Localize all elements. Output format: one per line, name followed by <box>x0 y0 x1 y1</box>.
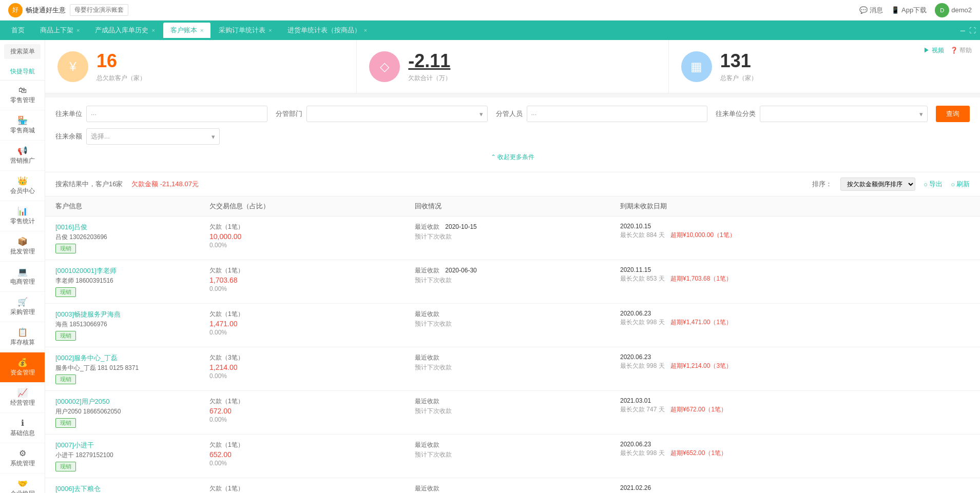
customer-name-5[interactable]: [0007]小进干 <box>55 441 209 450</box>
close-icon[interactable]: × <box>76 27 80 33</box>
marketing-icon: 📢 <box>4 146 41 155</box>
person-label: 分管人员 <box>496 109 523 119</box>
sidebar-item-retail-mall[interactable]: 🏪 零售商城 <box>0 110 45 141</box>
data-table: 客户信息 欠交易信息（占比） 回收情况 到期未收款日期 [0016]吕俊 吕俊 … <box>45 196 980 493</box>
overdue-amount-3[interactable]: 超期¥1,214.00（3笔） <box>670 362 732 369</box>
customer-name-1[interactable]: [0001020001]李老师 <box>55 266 209 275</box>
overdue-days-0: 最长欠款 884 天 超期¥10,000.00（1笔） <box>620 231 970 240</box>
customer-name-4[interactable]: [000002]用户2050 <box>55 397 209 406</box>
export-btn[interactable]: ○ 导出 <box>924 180 943 189</box>
query-btn[interactable]: 查询 <box>936 106 970 122</box>
sidebar-item-inventory[interactable]: 📋 库存核算 <box>0 322 45 352</box>
overdue-amount-4[interactable]: 超期¥672.00（1笔） <box>670 406 727 413</box>
debt-amount-3[interactable]: 1,214.00 <box>209 363 415 371</box>
message-btn[interactable]: 💬 消息 <box>859 6 883 15</box>
sidebar-item-system[interactable]: ⚙ 系统管理 <box>0 443 45 474</box>
debt-amount-0[interactable]: 10,000.00 <box>209 232 415 241</box>
tab-customer-account-label: 客户账本 <box>170 26 197 35</box>
sidebar-item-retail-stats[interactable]: 📊 零售统计 <box>0 201 45 231</box>
close-icon[interactable]: × <box>200 27 203 33</box>
collapse-more-conditions[interactable]: ⌃ 收起更多条件 <box>55 151 970 164</box>
unit-category-select[interactable]: ▾ <box>760 106 928 122</box>
overdue-amount-1[interactable]: 超期¥1,703.68（1笔） <box>670 275 732 282</box>
app-icon: 📱 <box>891 6 899 14</box>
sidebar-item-operations[interactable]: 📈 经营管理 <box>0 383 45 413</box>
customer-tag-4: 现销 <box>55 418 76 428</box>
overdue-amount-2[interactable]: 超期¥1,471.00（1笔） <box>670 319 732 326</box>
app-label: App下载 <box>901 6 927 15</box>
debt-amount-2[interactable]: 1,471.00 <box>209 320 415 328</box>
system-name[interactable]: 母婴行业演示账套 <box>70 4 128 16</box>
debt-info-2: 欠款（1笔） 1,471.00 0.00% <box>209 310 415 336</box>
customer-contact-5: 小进干 18279152100 <box>55 451 209 460</box>
video-btn[interactable]: ▶ 视频 <box>924 46 944 55</box>
nav-window-controls: ─ ⛶ <box>960 27 976 34</box>
person-input[interactable]: ··· <box>527 106 708 122</box>
purchase-icon: 🛒 <box>4 297 41 307</box>
recovery-info-5: 最近收款 预计下次收款 <box>415 441 620 459</box>
minimize-icon[interactable]: ─ <box>960 27 965 34</box>
overdue-date-3: 2020.06.23 <box>620 353 970 361</box>
tab-purchase-product-stats[interactable]: 进货单统计表（按商品） × <box>280 23 374 38</box>
dept-label: 分管部门 <box>276 109 302 119</box>
unit-category-label: 往来单位分类 <box>716 109 756 119</box>
refresh-btn[interactable]: ○ 刷新 <box>951 180 970 189</box>
tab-home[interactable]: 首页 <box>4 23 32 38</box>
sidebar-item-wholesale-mgmt[interactable]: 📦 批发管理 <box>0 231 45 262</box>
sidebar-item-retail-mgmt[interactable]: 🛍 零售管理 <box>0 81 45 110</box>
refresh-icon: ○ <box>951 181 955 188</box>
sidebar-search-area: 搜索菜单 <box>0 40 45 63</box>
close-icon[interactable]: × <box>151 27 155 33</box>
debt-amount-4[interactable]: 672.00 <box>209 407 415 415</box>
debt-amount-5[interactable]: 652.00 <box>209 450 415 459</box>
customer-info-6: [0006]去下粮仓 陈小希 现销 <box>55 484 209 493</box>
member-icon: 👑 <box>4 176 41 186</box>
help-btn[interactable]: ❓ 帮助 <box>950 46 972 55</box>
customer-contact-0: 吕俊 13026203696 <box>55 233 209 242</box>
overdue-days-3: 最长欠款 998 天 超期¥1,214.00（3笔） <box>620 362 970 370</box>
overdue-info-0: 2020.10.15 最长欠款 884 天 超期¥10,000.00（1笔） <box>620 223 970 240</box>
sort-select[interactable]: 按欠款金额倒序排序 <box>840 178 915 191</box>
close-icon[interactable]: × <box>364 27 367 33</box>
maximize-icon[interactable]: ⛶ <box>969 27 976 34</box>
sidebar-item-basic-info[interactable]: ℹ 基础信息 <box>0 413 45 443</box>
customer-name-6[interactable]: [0006]去下粮仓 <box>55 484 209 493</box>
overdue-amount-5[interactable]: 超期¥652.00（1笔） <box>670 449 727 457</box>
rec-label-5: 最近收款 <box>415 441 620 449</box>
customer-contact-3: 服务中心_丁磊 181 0125 8371 <box>55 364 209 372</box>
close-icon[interactable]: × <box>268 27 272 33</box>
dept-select[interactable]: ▾ <box>306 106 488 122</box>
results-bar: 搜索结果中，客户16家 欠款金额 -21,148.07元 排序： 按欠款金额倒序… <box>45 172 980 196</box>
balance-select[interactable]: 选择... ▾ <box>86 128 220 145</box>
main-content: ¥ 16 总欠款客户（家） ◇ -2.11 欠款合计（万） ▦ 131 总客户（… <box>45 40 980 493</box>
retail-stats-icon: 📊 <box>4 206 41 216</box>
user-menu[interactable]: D demo2 <box>935 3 972 17</box>
app-download-btn[interactable]: 📱 App下载 <box>891 6 927 15</box>
retail-mgmt-icon: 🛍 <box>4 86 41 95</box>
sidebar-item-enterprise-collab[interactable]: 🤝 企业协同 <box>0 474 45 493</box>
recovery-info-0: 最近收款 2020-10-15 预计下次收款 <box>415 223 620 241</box>
customer-name-2[interactable]: [0003]畅捷服务尹海燕 <box>55 310 209 319</box>
sidebar-quick-nav[interactable]: 快捷导航 <box>0 63 45 81</box>
topbar: 好 畅捷通好生意 母婴行业演示账套 💬 消息 📱 App下载 D demo2 <box>0 0 980 21</box>
customer-contact-2: 海燕 18513066976 <box>55 320 209 329</box>
source-unit-input[interactable]: ··· <box>86 106 267 122</box>
debt-amount-1[interactable]: 1,703.68 <box>209 276 415 284</box>
rec-label-3: 最近收款 <box>415 353 620 362</box>
sidebar-item-finance[interactable]: 💰 资金管理 <box>0 352 45 383</box>
sidebar-item-purchase[interactable]: 🛒 采购管理 <box>0 292 45 322</box>
overdue-amount-0[interactable]: 超期¥10,000.00（1笔） <box>670 231 736 239</box>
debt-label-6: 欠款（1笔） <box>209 484 415 493</box>
tab-customer-account[interactable]: 客户账本 × <box>163 23 210 38</box>
tab-purchase-stats[interactable]: 采购订单统计表 × <box>212 23 279 38</box>
sidebar-item-marketing[interactable]: 📢 营销推广 <box>0 141 45 171</box>
results-actions: 排序： 按欠款金额倒序排序 ○ 导出 ○ 刷新 <box>812 178 970 191</box>
debt-total-number: -2.11 <box>408 50 451 72</box>
sidebar-item-member-center[interactable]: 👑 会员中心 <box>0 171 45 201</box>
customer-name-0[interactable]: [0016]吕俊 <box>55 223 209 232</box>
search-menu-btn[interactable]: 搜索菜单 <box>4 44 41 59</box>
tab-product-listing[interactable]: 商品上下架 × <box>33 23 87 38</box>
customer-name-3[interactable]: [0002]服务中心_丁磊 <box>55 353 209 363</box>
sidebar-item-ecommerce[interactable]: 💻 电商管理 <box>0 262 45 292</box>
tab-product-history[interactable]: 产成品入库单历史 × <box>88 23 162 38</box>
